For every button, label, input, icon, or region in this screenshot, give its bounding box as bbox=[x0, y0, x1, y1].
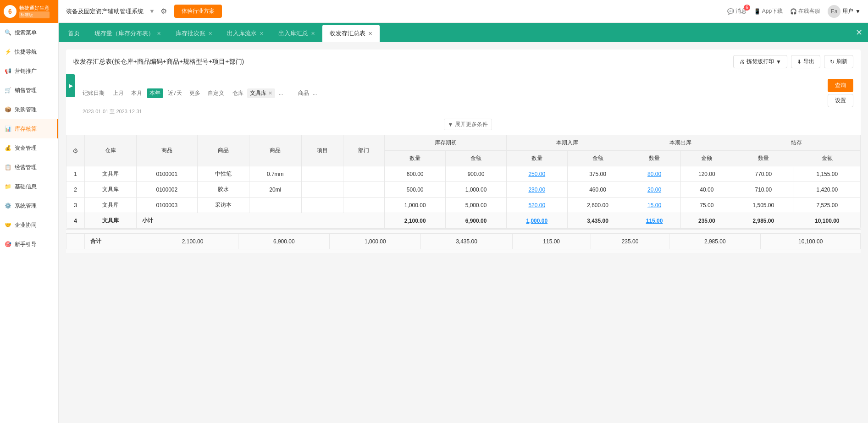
sidebar-item-basic[interactable]: 📁基础信息 bbox=[0, 177, 58, 196]
subtotal-open-amt: 6,900.00 bbox=[446, 213, 507, 229]
tab-3[interactable]: 出入库流水 ✕ bbox=[220, 25, 271, 42]
warehouse-tag-close-icon[interactable]: ✕ bbox=[268, 90, 272, 96]
warehouse-more-btn[interactable]: ... bbox=[279, 90, 283, 96]
logo-icon: 6 bbox=[4, 5, 17, 18]
tab-close-icon[interactable]: ✕ bbox=[157, 31, 161, 37]
table-col-in-qty: 数量 bbox=[506, 151, 567, 166]
table-col-in-amt: 金额 bbox=[567, 151, 628, 166]
date-btn-last-month[interactable]: 上月 bbox=[110, 88, 127, 98]
goods-label: 商品 bbox=[298, 89, 309, 97]
row-index: 3 bbox=[66, 198, 85, 213]
export-button[interactable]: ⬇ 导出 bbox=[791, 55, 820, 68]
filter-row-1: 记账日期 上月 本月 本年 近7天 更多 自定义 仓库 文具库 ✕ bbox=[83, 79, 853, 107]
sidebar-item-collab[interactable]: 🤝企业协同 bbox=[0, 215, 58, 235]
tab-4[interactable]: 出入库汇总 ✕ bbox=[271, 25, 322, 42]
tab-close-icon[interactable]: ✕ bbox=[260, 31, 264, 37]
row-in-qty[interactable]: 250.00 bbox=[506, 166, 567, 182]
app-download-button[interactable]: 📱 App下载 bbox=[754, 7, 783, 15]
sidebar-item-quick[interactable]: ⚡快捷导航 bbox=[0, 42, 58, 61]
message-button[interactable]: 💬 消息 6 bbox=[727, 7, 746, 15]
sidebar-item-inventory[interactable]: 📊库存核算 bbox=[0, 119, 58, 138]
total-bal-qty: 2,985.00 bbox=[669, 234, 761, 249]
total-open-amt: 6,900.00 bbox=[238, 234, 330, 249]
row-spec bbox=[249, 198, 301, 213]
sidebar-item-search[interactable]: 🔍搜索菜单 bbox=[0, 23, 58, 42]
row-code: 0100002 bbox=[136, 182, 197, 198]
close-all-tabs-button[interactable]: ✕ bbox=[852, 26, 866, 39]
goods-more-btn[interactable]: ... bbox=[313, 90, 317, 96]
sidebar-item-operation[interactable]: 📋经营管理 bbox=[0, 158, 58, 177]
table-col-out-header: 本期出库 bbox=[628, 135, 733, 151]
table-col-bal-qty: 数量 bbox=[733, 151, 794, 166]
tab-close-icon[interactable]: ✕ bbox=[311, 31, 315, 37]
user-menu[interactable]: Ea 用户 ▼ bbox=[828, 5, 861, 18]
row-spec: 20ml bbox=[249, 182, 301, 198]
table-col-settings[interactable]: ⚙ bbox=[66, 135, 85, 166]
sidebar-item-sales[interactable]: 🛒销售管理 bbox=[0, 81, 58, 100]
tab-2[interactable]: 库存批次账 ✕ bbox=[168, 25, 220, 42]
subtotal-out-qty[interactable]: 115.00 bbox=[628, 213, 680, 229]
tab-5[interactable]: 收发存汇总表 ✕ bbox=[322, 25, 380, 42]
subtotal-in-qty[interactable]: 1,000.00 bbox=[506, 213, 567, 229]
tab-0[interactable]: 首页 bbox=[61, 25, 87, 42]
date-btn-this-year[interactable]: 本年 bbox=[147, 88, 163, 98]
row-out-amt: 40.00 bbox=[680, 182, 733, 198]
sidebar-item-guide[interactable]: 🎯新手引导 bbox=[0, 235, 58, 254]
table-col-code-header: 商品 bbox=[136, 135, 197, 166]
table-row: 2 文具库 0100002 胶水 20ml 500.00 1,000.00 23… bbox=[66, 182, 861, 198]
finance-icon: 💰 bbox=[4, 144, 12, 152]
tab-label: 出入库流水 bbox=[227, 29, 257, 38]
row-project bbox=[301, 166, 343, 182]
sidebar-item-system[interactable]: ⚙️系统管理 bbox=[0, 196, 58, 215]
date-btn-more[interactable]: 更多 bbox=[187, 88, 203, 98]
tab-label: 首页 bbox=[68, 29, 80, 38]
data-table-container: ⚙ 仓库 商品 商品 商品 项目 部门 库存期初 本期入库 本期出库 结存 数量 bbox=[66, 135, 861, 229]
print-button[interactable]: 🖨 拣货版打印 ▼ bbox=[733, 55, 787, 68]
warehouse-label: 仓库 bbox=[232, 89, 243, 97]
expand-conditions-button[interactable]: ▼ 展开更多条件 bbox=[444, 119, 492, 130]
total-in-amt: 3,435.00 bbox=[421, 234, 512, 249]
online-service-button[interactable]: 🎧 在线客服 bbox=[790, 7, 820, 15]
tab-1[interactable]: 现存量（库存分布表） ✕ bbox=[87, 25, 168, 42]
row-out-qty[interactable]: 80.00 bbox=[628, 166, 680, 182]
row-project bbox=[301, 198, 343, 213]
quick-icon: ⚡ bbox=[4, 48, 12, 56]
sidebar-item-label: 营销推广 bbox=[15, 67, 37, 75]
column-settings-icon[interactable]: ⚙ bbox=[72, 147, 78, 154]
table-col-in-header: 本期入库 bbox=[506, 135, 628, 151]
page-title: 收发存汇总表(按仓库+商品编码+商品+规格型号+项目+部门) bbox=[73, 58, 244, 66]
tab-close-icon[interactable]: ✕ bbox=[208, 31, 212, 37]
tab-close-icon[interactable]: ✕ bbox=[368, 31, 372, 37]
date-btn-7days[interactable]: 近7天 bbox=[165, 88, 185, 98]
row-in-qty[interactable]: 520.00 bbox=[506, 198, 567, 213]
topbar: 装备及固定资产辅助管理系统 ▼ ⚙ 体验行业方案 💬 消息 6 📱 App下载 … bbox=[59, 0, 868, 23]
query-button[interactable]: 查询 bbox=[828, 79, 853, 92]
topbar-gear-icon[interactable]: ⚙ bbox=[160, 7, 167, 16]
date-btn-custom[interactable]: 自定义 bbox=[205, 88, 227, 98]
settings-button[interactable]: 设置 bbox=[828, 94, 853, 107]
row-open-qty: 1,000.00 bbox=[385, 198, 446, 213]
sidebar-item-finance[interactable]: 💰资金管理 bbox=[0, 138, 58, 158]
trial-button[interactable]: 体验行业方案 bbox=[174, 5, 222, 18]
topbar-dropdown-icon[interactable]: ▼ bbox=[149, 8, 155, 15]
row-code: 0100001 bbox=[136, 166, 197, 182]
row-out-qty[interactable]: 20.00 bbox=[628, 182, 680, 198]
filter-expand-arrow[interactable]: ▶ bbox=[66, 74, 75, 97]
sidebar-item-purchase[interactable]: 📦采购管理 bbox=[0, 100, 58, 119]
row-in-qty[interactable]: 230.00 bbox=[506, 182, 567, 198]
tab-label: 库存批次账 bbox=[176, 29, 205, 38]
row-dept bbox=[343, 166, 385, 182]
total-row: 合计 2,100.00 6,900.00 1,000.00 3,435.00 1… bbox=[66, 234, 861, 249]
table-col-balance-header: 结存 bbox=[733, 135, 860, 151]
row-out-qty[interactable]: 15.00 bbox=[628, 198, 680, 213]
export-icon: ⬇ bbox=[797, 59, 802, 65]
filter-dates: 上月 本月 本年 近7天 更多 自定义 bbox=[110, 88, 227, 98]
row-open-qty: 500.00 bbox=[385, 182, 446, 198]
refresh-button[interactable]: ↻ 刷新 bbox=[824, 55, 853, 68]
filter-content: 记账日期 上月 本月 本年 近7天 更多 自定义 仓库 文具库 ✕ bbox=[75, 74, 861, 135]
sidebar-item-marketing[interactable]: 📢营销推广 bbox=[0, 61, 58, 81]
subtotal-index: 4 bbox=[66, 213, 85, 229]
date-btn-this-month[interactable]: 本月 bbox=[128, 88, 145, 98]
search-icon: 🔍 bbox=[4, 28, 12, 37]
print-icon: 🖨 bbox=[739, 59, 745, 65]
